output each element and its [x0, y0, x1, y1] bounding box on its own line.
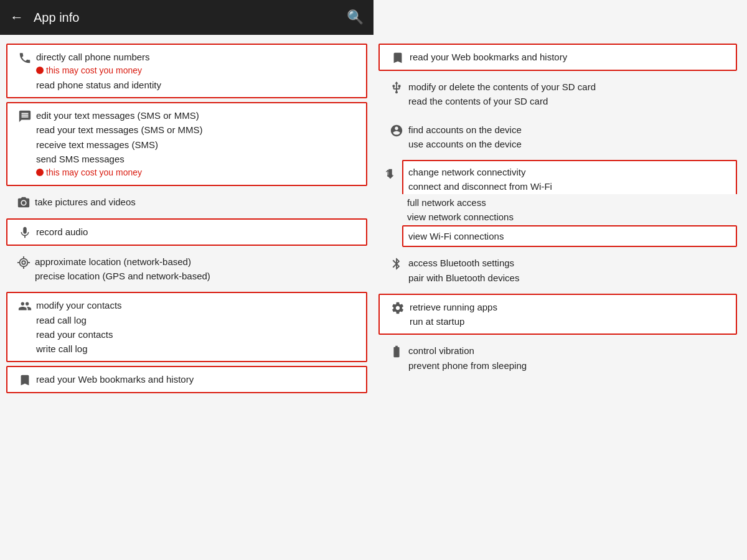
permission-running-apps-text: retrieve running apps run at startup	[410, 300, 730, 329]
network-icon: ⇅	[378, 160, 402, 181]
right-permissions-list: read your Web bookmarks and history modi…	[374, 35, 747, 560]
permission-running-apps: retrieve running apps run at startup	[378, 294, 737, 335]
permission-location-text: approximate location (network-based) pre…	[35, 254, 361, 284]
bluetooth-icon	[385, 256, 408, 271]
permission-camera-text: take pictures and videos	[35, 195, 361, 209]
permission-accounts: find accounts on the device use accounts…	[378, 118, 737, 157]
usb-icon	[385, 80, 408, 95]
bookmark-left-icon	[14, 372, 36, 387]
permission-bluetooth-text: access Bluetooth settings pair with Blue…	[408, 256, 731, 285]
permission-bookmarks-left: read your Web bookmarks and history	[6, 366, 367, 393]
sms-icon	[14, 108, 36, 123]
bookmark-right-icon	[386, 50, 410, 65]
svg-text:⇅: ⇅	[385, 169, 393, 179]
left-permissions-list: directly call phone numbers this may cos…	[0, 35, 374, 560]
svg-point-1	[20, 258, 28, 266]
permission-contacts: modify your contacts read call log read …	[6, 292, 367, 362]
permission-battery: control vibration prevent phone from sle…	[378, 338, 737, 378]
permission-bookmarks-left-text: read your Web bookmarks and history	[36, 372, 360, 386]
permission-bluetooth: access Bluetooth settings pair with Blue…	[378, 251, 737, 290]
permission-battery-text: control vibration prevent phone from sle…	[408, 343, 731, 373]
permission-sms: edit your text messages (SMS or MMS) rea…	[6, 102, 367, 186]
contacts-icon	[14, 298, 36, 313]
permission-bookmarks-right: read your Web bookmarks and history	[378, 44, 737, 71]
svg-point-0	[22, 261, 26, 264]
camera-icon	[12, 195, 35, 210]
account-icon	[385, 123, 408, 138]
permission-microphone: record audio	[6, 218, 367, 246]
page-title: App info	[34, 11, 347, 25]
permission-bookmarks-right-text: read your Web bookmarks and history	[410, 50, 730, 64]
permission-accounts-text: find accounts on the device use accounts…	[408, 123, 731, 152]
permission-network: ⇅ change network connectivity connect an…	[378, 160, 737, 247]
permission-sms-text: edit your text messages (SMS or MMS) rea…	[36, 108, 360, 180]
battery-icon	[385, 343, 408, 358]
permission-phone-text: directly call phone numbers this may cos…	[36, 50, 360, 92]
permission-microphone-text: record audio	[36, 225, 360, 239]
permission-camera: take pictures and videos	[6, 190, 367, 215]
permission-contacts-text: modify your contacts read call log read …	[36, 298, 360, 356]
permission-network-text: change network connectivity connect and …	[402, 160, 737, 247]
mic-icon	[14, 225, 36, 240]
settings-icon	[386, 300, 410, 315]
permission-storage: modify or delete the contents of your SD…	[378, 75, 737, 114]
permission-location: approximate location (network-based) pre…	[6, 250, 367, 289]
search-icon[interactable]: 🔍	[347, 9, 364, 26]
back-button[interactable]: ←	[10, 9, 24, 26]
permission-storage-text: modify or delete the contents of your SD…	[408, 80, 731, 109]
permission-phone: directly call phone numbers this may cos…	[6, 44, 367, 98]
location-icon	[12, 254, 35, 269]
phone-icon	[14, 50, 36, 65]
